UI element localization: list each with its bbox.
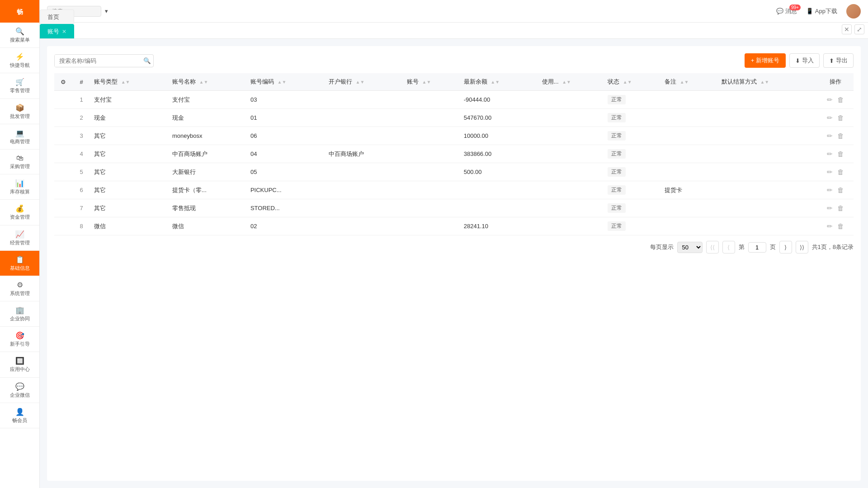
page-last-button[interactable]: ⟩⟩ xyxy=(796,241,808,253)
row-code-7: 02 xyxy=(247,217,325,235)
delete-icon-6[interactable]: 🗑 xyxy=(837,204,844,212)
tab-close-account[interactable]: ✕ xyxy=(62,28,66,35)
retail-icon: 🛒 xyxy=(15,78,24,86)
toolbar-right: + 新增账号 ⬇ 导入 ⬆ 导出 xyxy=(745,53,854,68)
row-ops-4: ✏ 🗑 xyxy=(817,163,854,181)
col-header-usage[interactable]: 使用... ▲▼ xyxy=(538,73,604,91)
edit-icon-5[interactable]: ✏ xyxy=(827,186,833,194)
sidebar-item-retail[interactable]: 🛒零售管理 xyxy=(0,73,39,99)
tab-home[interactable]: 首页 xyxy=(40,9,74,24)
message-badge: 99+ xyxy=(789,5,801,10)
search-wrap: 🔍 xyxy=(54,54,154,67)
row-code-5: PICKUPC... xyxy=(247,181,325,199)
edit-icon-7[interactable]: ✏ xyxy=(827,222,833,230)
delete-icon-2[interactable]: 🗑 xyxy=(837,132,844,140)
sidebar-item-member[interactable]: 👤畅会员 xyxy=(0,403,39,428)
row-usage-4 xyxy=(538,163,604,181)
row-bank-3: 中百商场账户 xyxy=(325,145,403,163)
row-bank-2 xyxy=(325,127,403,145)
row-bank-1 xyxy=(325,109,403,127)
col-header-status[interactable]: 状态 ▲▼ xyxy=(604,73,661,91)
app-download-button[interactable]: 📱 App下载 xyxy=(806,7,837,15)
row-num-4: 5 xyxy=(72,163,90,181)
row-remark-3 xyxy=(661,145,718,163)
col-header-name[interactable]: 账号名称 ▲▼ xyxy=(169,73,247,91)
row-settlement-3 xyxy=(718,145,817,163)
shortcut-icon: ⚡ xyxy=(15,52,24,61)
row-remark-6 xyxy=(661,199,718,217)
header-dropdown[interactable]: ▾ xyxy=(105,8,108,14)
guide-icon: 🎯 xyxy=(15,331,24,340)
row-status-1: 正常 xyxy=(604,109,661,127)
delete-icon-1[interactable]: 🗑 xyxy=(837,114,844,122)
delete-icon-0[interactable]: 🗑 xyxy=(837,96,844,103)
row-name-5: 提货卡（零... xyxy=(169,181,247,199)
tab-maximize-button[interactable]: ⤢ xyxy=(854,24,864,34)
content-card: 🔍 + 新增账号 ⬇ 导入 ⬆ 导出 xyxy=(47,46,861,481)
col-header-gear: ⚙ xyxy=(54,73,72,91)
sidebar-item-wholesale[interactable]: 📦批发管理 xyxy=(0,99,39,124)
col-header-settlement[interactable]: 默认结算方式 ▲▼ xyxy=(718,73,817,91)
row-balance-5 xyxy=(460,181,538,199)
toolbar: 🔍 + 新增账号 ⬇ 导入 ⬆ 导出 xyxy=(54,53,854,68)
row-balance-0: -90444.00 xyxy=(460,91,538,109)
row-status-4: 正常 xyxy=(604,163,661,181)
row-account-5 xyxy=(403,181,460,199)
edit-icon-0[interactable]: ✏ xyxy=(827,96,833,103)
sidebar-item-wechat[interactable]: 💬企业微信 xyxy=(0,378,39,403)
import-button[interactable]: ⬇ 导入 xyxy=(789,53,820,68)
tab-close-all-button[interactable]: ✕ xyxy=(842,24,852,34)
app-icon: 📱 xyxy=(806,8,813,14)
col-header-code[interactable]: 账号编码 ▲▼ xyxy=(247,73,325,91)
message-button[interactable]: 💬 消息 99+ xyxy=(776,7,797,15)
row-num-7: 8 xyxy=(72,217,90,235)
delete-icon-4[interactable]: 🗑 xyxy=(837,168,844,176)
page-size-select[interactable]: 102050100 xyxy=(677,242,703,253)
table-row: 5 其它 大新银行 05 500.00 正常 ✏ 🗑 xyxy=(54,163,854,181)
row-num-0: 1 xyxy=(72,91,90,109)
row-usage-6 xyxy=(538,199,604,217)
sidebar-item-purchase[interactable]: 🛍采购管理 xyxy=(0,150,39,174)
col-header-balance[interactable]: 最新余额 ▲▼ xyxy=(460,73,538,91)
sidebar-item-app-center[interactable]: 🔲应用中心 xyxy=(0,352,39,377)
sidebar-item-shortcut[interactable]: ⚡快捷导航 xyxy=(0,48,39,73)
sidebar-item-guide[interactable]: 🎯新手引导 xyxy=(0,327,39,352)
col-header-bank[interactable]: 开户银行 ▲▼ xyxy=(325,73,403,91)
edit-icon-3[interactable]: ✏ xyxy=(827,150,833,158)
delete-icon-5[interactable]: 🗑 xyxy=(837,186,844,194)
sidebar-item-system[interactable]: ⚙系统管理 xyxy=(0,276,39,301)
page-first-button[interactable]: ⟨⟨ xyxy=(706,241,719,253)
sidebar-item-ecommerce[interactable]: 💻电商管理 xyxy=(0,124,39,150)
sidebar-item-finance[interactable]: 💰资金管理 xyxy=(0,200,39,225)
delete-icon-7[interactable]: 🗑 xyxy=(837,222,844,230)
edit-icon-1[interactable]: ✏ xyxy=(827,114,833,122)
sidebar-item-corp[interactable]: 🏢企业协同 xyxy=(0,301,39,327)
col-header-remark[interactable]: 备注 ▲▼ xyxy=(661,73,718,91)
page-prev-button[interactable]: ⟨ xyxy=(722,241,735,253)
avatar[interactable] xyxy=(846,4,861,19)
table-row: 1 支付宝 支付宝 03 -90444.00 正常 ✏ 🗑 xyxy=(54,91,854,109)
search-input[interactable] xyxy=(55,55,140,67)
page-input[interactable] xyxy=(748,242,766,253)
sidebar-item-search-menu[interactable]: 🔍搜索菜单 xyxy=(0,23,39,48)
export-button[interactable]: ⬆ 导出 xyxy=(823,53,854,68)
sidebar-item-operations[interactable]: 📈经营管理 xyxy=(0,225,39,251)
edit-icon-2[interactable]: ✏ xyxy=(827,132,833,140)
sidebar-item-inventory[interactable]: 📊库存核算 xyxy=(0,174,39,200)
add-account-button[interactable]: + 新增账号 xyxy=(745,53,786,68)
row-account-4 xyxy=(403,163,460,181)
col-header-account[interactable]: 账号 ▲▼ xyxy=(403,73,460,91)
edit-icon-6[interactable]: ✏ xyxy=(827,204,833,212)
tab-account[interactable]: 账号✕ xyxy=(40,24,74,38)
sidebar-item-basic[interactable]: 📋基础信息 xyxy=(0,251,39,276)
import-icon: ⬇ xyxy=(795,57,800,64)
row-remark-7 xyxy=(661,217,718,235)
page-next-button[interactable]: ⟩ xyxy=(779,241,792,253)
delete-icon-3[interactable]: 🗑 xyxy=(837,150,844,158)
edit-icon-4[interactable]: ✏ xyxy=(827,168,833,176)
row-settlement-4 xyxy=(718,163,817,181)
search-button[interactable]: 🔍 xyxy=(140,55,154,67)
table-row: 7 其它 零售抵现 STORED... 正常 ✏ 🗑 xyxy=(54,199,854,217)
row-bank-7 xyxy=(325,217,403,235)
col-header-type[interactable]: 账号类型 ▲▼ xyxy=(90,73,169,91)
